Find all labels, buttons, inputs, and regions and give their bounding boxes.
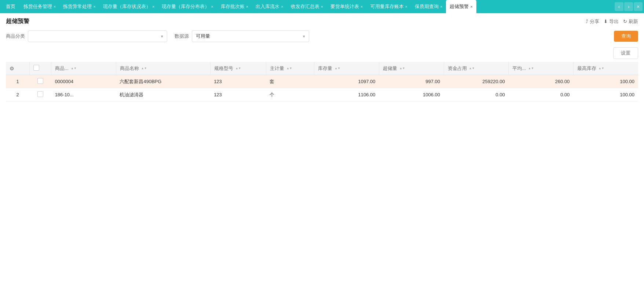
nav-next-button[interactable]: › xyxy=(624,2,633,11)
row-overflow: 1006.00 xyxy=(379,88,444,101)
row-capital: 259220.00 xyxy=(444,75,509,88)
category-label: 商品分类 xyxy=(6,33,25,40)
row-capital: 0.00 xyxy=(444,88,509,101)
row-checkbox[interactable] xyxy=(37,91,43,97)
nav-tab-demand-stats[interactable]: 要货单统计表 × xyxy=(327,0,366,13)
row-overflow: 997.00 xyxy=(379,75,444,88)
page-content: 超储预警 ⤴ 分享 ⬇ 导出 ↻ 刷新 商品分类 ▾ 数据源 xyxy=(0,13,644,106)
category-select[interactable]: ▾ xyxy=(28,30,167,42)
refresh-button[interactable]: ↻ 刷新 xyxy=(623,18,638,25)
row-name: 机油滤清器 xyxy=(116,88,210,101)
sort-icon: ▲▼ xyxy=(469,67,475,70)
sort-icon: ▲▼ xyxy=(141,67,147,70)
th-spec[interactable]: 规格型号 ▲▼ xyxy=(210,62,266,75)
datasource-select[interactable]: 可用量 ▾ xyxy=(192,30,309,42)
th-gear[interactable]: ⚙ xyxy=(6,62,29,75)
nav-close-all-button[interactable]: × xyxy=(634,2,643,11)
nav-tab-available-account[interactable]: 可用量库存账本 × xyxy=(367,0,411,13)
page-title: 超储预警 xyxy=(6,18,29,25)
nav-tab-receipt-summary[interactable]: 收发存汇总表 × xyxy=(287,0,327,13)
nav-tab-pick-task[interactable]: 拣货任务管理 × xyxy=(20,0,59,13)
th-capital[interactable]: 资金占用 ▲▼ xyxy=(444,62,509,75)
nav-tab-inout-flow[interactable]: 出入库流水 × xyxy=(252,0,287,13)
nav-tab-pick-exception[interactable]: 拣货异常处理 × xyxy=(59,0,99,13)
row-checkbox-cell[interactable] xyxy=(29,75,51,88)
nav-tab-current-stock-status[interactable]: 现存量（库存状况表） × xyxy=(99,0,158,13)
sort-icon: ▲▼ xyxy=(399,67,405,70)
nav-home[interactable]: 首页 xyxy=(1,3,20,10)
nav-tab-overstock-warning[interactable]: 超储预警 × xyxy=(446,0,476,13)
chevron-down-icon: ▾ xyxy=(161,34,163,39)
row-avg: 0.00 xyxy=(509,88,574,101)
page-header: 超储预警 ⤴ 分享 ⬇ 导出 ↻ 刷新 xyxy=(6,18,638,25)
th-unit[interactable]: 主计量 ▲▼ xyxy=(266,62,314,75)
select-all-checkbox[interactable] xyxy=(33,65,39,71)
row-checkbox[interactable] xyxy=(37,78,43,84)
th-maxstock[interactable]: 最高库存 ▲▼ xyxy=(573,62,638,75)
th-checkbox[interactable] xyxy=(29,62,51,75)
row-spec: 123 xyxy=(210,75,266,88)
close-icon[interactable]: × xyxy=(54,4,56,9)
close-icon[interactable]: × xyxy=(152,4,154,9)
settings-row: 设置 xyxy=(6,47,638,59)
share-button[interactable]: ⤴ 分享 xyxy=(586,18,599,25)
data-table: ⚙ 商品... ▲▼ 商品名称 ▲▼ xyxy=(6,62,638,101)
chevron-down-icon: ▾ xyxy=(303,34,305,39)
sort-icon: ▲▼ xyxy=(528,67,534,70)
table-header-row: ⚙ 商品... ▲▼ 商品名称 ▲▼ xyxy=(6,62,638,75)
filter-buttons: 查询 xyxy=(614,31,638,42)
row-code: 0000004 xyxy=(51,75,116,88)
close-icon[interactable]: × xyxy=(405,4,407,9)
query-button[interactable]: 查询 xyxy=(614,31,638,42)
table-row: 1 0000004 六配套新昌490BPG 123 套 1097.00 997.… xyxy=(6,75,638,88)
row-checkbox-cell[interactable] xyxy=(29,88,51,101)
sort-icon: ▲▼ xyxy=(599,67,604,70)
row-unit: 个 xyxy=(266,88,314,101)
row-maxstock: 100.00 xyxy=(573,88,638,101)
row-stock: 1106.00 xyxy=(314,88,379,101)
row-name: 六配套新昌490BPG xyxy=(116,75,210,88)
filter-row: 商品分类 ▾ 数据源 可用量 ▾ 查询 xyxy=(6,30,638,42)
datasource-filter: 数据源 可用量 ▾ xyxy=(175,30,309,42)
close-icon[interactable]: × xyxy=(281,4,283,9)
th-name[interactable]: 商品名称 ▲▼ xyxy=(116,62,210,75)
close-icon[interactable]: × xyxy=(470,4,472,9)
th-overflow[interactable]: 超储量 ▲▼ xyxy=(379,62,444,75)
top-navigation: 首页 拣货任务管理 × 拣货异常处理 × 现存量（库存状况表） × 现存量（库存… xyxy=(0,0,644,13)
nav-arrows: ‹ › × xyxy=(615,2,643,11)
nav-prev-button[interactable]: ‹ xyxy=(615,2,623,11)
row-maxstock: 100.00 xyxy=(573,75,638,88)
row-code: 186-10... xyxy=(51,88,116,101)
th-avg[interactable]: 平均... ▲▼ xyxy=(509,62,574,75)
row-index: 1 xyxy=(6,75,29,88)
nav-tab-current-stock-dist[interactable]: 现存量（库存分布表） × xyxy=(158,0,217,13)
close-icon[interactable]: × xyxy=(211,4,213,9)
sort-icon: ▲▼ xyxy=(235,67,241,70)
category-filter: 商品分类 ▾ xyxy=(6,30,167,42)
nav-tab-quality-query[interactable]: 保质期查询 × xyxy=(411,0,446,13)
export-button[interactable]: ⬇ 导出 xyxy=(604,18,619,25)
header-actions: ⤴ 分享 ⬇ 导出 ↻ 刷新 xyxy=(586,18,638,25)
th-stock[interactable]: 库存量 ▲▼ xyxy=(314,62,379,75)
gear-icon[interactable]: ⚙ xyxy=(10,66,14,71)
close-icon[interactable]: × xyxy=(246,4,248,9)
nav-tab-batch-account[interactable]: 库存批次账 × xyxy=(217,0,252,13)
share-icon: ⤴ xyxy=(586,19,588,24)
close-icon[interactable]: × xyxy=(440,4,442,9)
settings-button[interactable]: 设置 xyxy=(613,47,638,59)
row-unit: 套 xyxy=(266,75,314,88)
close-icon[interactable]: × xyxy=(321,4,323,9)
row-spec: 123 xyxy=(210,88,266,101)
close-icon[interactable]: × xyxy=(93,4,95,9)
refresh-icon: ↻ xyxy=(623,19,627,24)
row-stock: 1097.00 xyxy=(314,75,379,88)
sort-icon: ▲▼ xyxy=(334,67,340,70)
sort-icon: ▲▼ xyxy=(71,67,77,70)
datasource-label: 数据源 xyxy=(175,33,189,40)
row-avg: 260.00 xyxy=(509,75,574,88)
row-index: 2 xyxy=(6,88,29,101)
close-icon[interactable]: × xyxy=(361,4,363,9)
datasource-value: 可用量 xyxy=(196,33,210,40)
export-icon: ⬇ xyxy=(604,19,608,24)
th-code[interactable]: 商品... ▲▼ xyxy=(51,62,116,75)
